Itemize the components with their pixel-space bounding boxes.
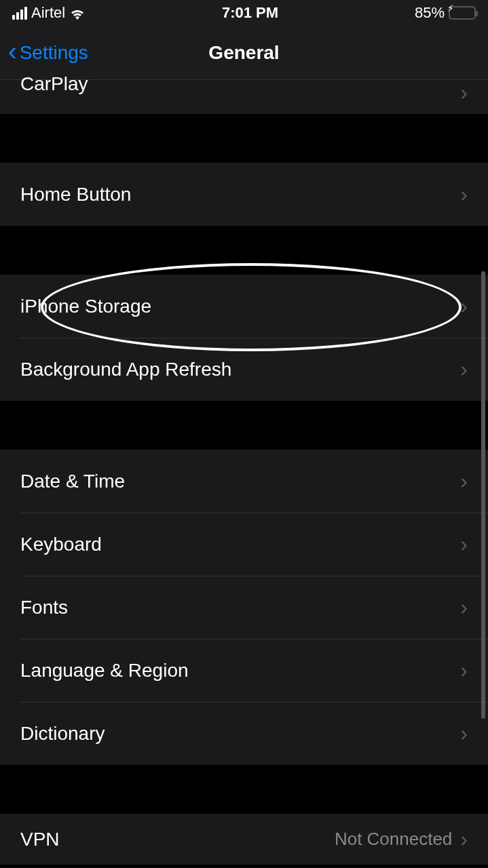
chevron-right-icon: ›: [460, 80, 468, 105]
section-gap: [0, 114, 488, 163]
section-gap: [0, 401, 488, 450]
row-label-keyboard: Keyboard: [20, 534, 460, 555]
battery-icon: ⚡︎: [449, 6, 476, 20]
row-background-app-refresh[interactable]: Background App Refresh ›: [0, 338, 488, 401]
chevron-right-icon: ›: [460, 182, 468, 207]
row-iphone-storage[interactable]: iPhone Storage ›: [0, 275, 488, 338]
section-gap: [0, 765, 488, 814]
status-right: 85% ⚡︎: [415, 4, 476, 22]
row-fonts[interactable]: Fonts ›: [0, 576, 488, 639]
carrier-label: Airtel: [31, 4, 65, 22]
row-keyboard[interactable]: Keyboard ›: [0, 513, 488, 576]
row-date-time[interactable]: Date & Time ›: [0, 450, 488, 513]
chevron-right-icon: ›: [460, 595, 468, 620]
chevron-right-icon: ›: [460, 721, 468, 746]
chevron-left-icon: ‹: [8, 39, 17, 64]
wifi-icon: [69, 7, 86, 19]
row-language-region[interactable]: Language & Region ›: [0, 639, 488, 702]
row-label-language-region: Language & Region: [20, 660, 460, 682]
chevron-right-icon: ›: [460, 357, 468, 382]
status-left: Airtel: [12, 4, 86, 22]
back-button[interactable]: ‹ Settings: [0, 41, 88, 64]
status-time: 7:01 PM: [222, 4, 278, 22]
chevron-right-icon: ›: [460, 294, 468, 319]
row-dictionary[interactable]: Dictionary ›: [0, 702, 488, 765]
row-value-vpn: Not Connected: [335, 829, 452, 850]
scrollbar[interactable]: [481, 271, 485, 719]
chevron-right-icon: ›: [460, 658, 468, 683]
chevron-right-icon: ›: [460, 827, 468, 852]
row-label-home-button: Home Button: [20, 184, 460, 205]
row-label-iphone-storage: iPhone Storage: [20, 296, 460, 317]
row-carplay[interactable]: CarPlay ›: [0, 80, 488, 114]
row-label-date-time: Date & Time: [20, 471, 460, 492]
row-label-vpn: VPN: [20, 829, 335, 850]
back-label: Settings: [20, 42, 88, 64]
row-vpn[interactable]: VPN Not Connected ›: [0, 814, 488, 865]
nav-bar: ‹ Settings General: [0, 26, 488, 80]
battery-percent: 85%: [415, 4, 445, 22]
chevron-right-icon: ›: [460, 532, 468, 557]
row-home-button[interactable]: Home Button ›: [0, 163, 488, 226]
cellular-signal-icon: [12, 7, 27, 20]
row-label-fonts: Fonts: [20, 597, 460, 618]
row-label-carplay: CarPlay: [20, 73, 460, 95]
page-title: General: [208, 42, 279, 64]
chevron-right-icon: ›: [460, 469, 468, 494]
settings-list: CarPlay › Home Button › iPhone Storage ›…: [0, 80, 488, 865]
charging-bolt-icon: ⚡︎: [447, 3, 454, 14]
status-bar: Airtel 7:01 PM 85% ⚡︎: [0, 0, 488, 26]
row-label-dictionary: Dictionary: [20, 723, 460, 745]
row-label-background-app-refresh: Background App Refresh: [20, 359, 460, 380]
section-gap: [0, 226, 488, 275]
